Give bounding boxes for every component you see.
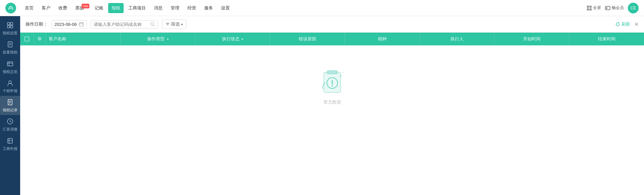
svg-rect-2 [590,6,591,7]
column-client-name: 客户名称 [46,33,121,45]
main-layout: 报税设置 批量报税 报税总览 个税申报 报税记录 [0,16,644,195]
svg-rect-1 [587,6,589,7]
tax-overview-icon [6,60,14,69]
sidebar-item-personal-tax-label: 个税申报 [3,88,17,93]
nav-operation[interactable]: 经营 [184,3,200,13]
sidebar-item-tax-records-label: 报税记录 [3,108,17,112]
svg-rect-10 [10,26,13,28]
date-picker[interactable]: 2023-06-06 [51,20,87,29]
table-container: 客户名称 操作类型 ▾ 执行状态 ▾ 错误原因 [20,33,644,195]
svg-line-33 [153,25,155,27]
svg-point-42 [332,85,333,86]
refresh-icon [615,22,620,27]
sidebar-item-batch-tax[interactable]: 批量报税 [0,38,20,57]
op-type-sort-icon: ▾ [167,37,169,41]
svg-rect-39 [327,71,337,74]
refresh-button[interactable]: 刷新 [615,21,630,27]
tax-records-icon [6,99,14,107]
sidebar-item-annual-settlement[interactable]: 汇算清缴 [0,115,20,134]
new-badge: new [82,4,89,8]
nav-invoice[interactable]: 票据 new [72,3,90,13]
gear-icon [37,36,42,41]
nav-fee[interactable]: 收费 [55,3,71,13]
annual-report-icon [6,137,14,146]
sidebar-item-tax-settings[interactable]: 报税设置 [0,19,20,38]
column-executor: 执行人 [420,33,495,45]
avatar[interactable]: CE [628,3,639,13]
date-label: 操作日期： [26,21,47,27]
svg-point-45 [340,75,342,77]
exec-status-sort-icon: ▾ [242,37,243,41]
member-button[interactable]: 畅会员 [605,5,624,11]
nav-manage[interactable]: 管理 [167,3,183,13]
table-header-row: 客户名称 操作类型 ▾ 执行状态 ▾ 错误原因 [20,33,644,45]
sidebar: 报税设置 批量报税 报税总览 个税申报 报税记录 [0,16,20,195]
filter-button[interactable]: 筛选 ▾ [162,20,186,29]
sidebar-item-personal-tax[interactable]: 个税申报 [0,77,20,96]
column-check[interactable] [20,33,34,45]
svg-rect-25 [8,139,12,143]
svg-rect-8 [10,23,13,25]
svg-rect-9 [7,26,10,28]
toolbar-right: 刷新 ✕ [615,21,639,28]
column-exec-status[interactable]: 执行状态 ▾ [195,33,270,45]
nav-home[interactable]: 首页 [22,3,37,13]
svg-rect-28 [79,23,83,26]
nav-message[interactable]: 消息 [151,3,166,13]
nav-settings[interactable]: 设置 [218,3,233,13]
svg-rect-15 [7,62,13,66]
nav-customer[interactable]: 客户 [38,3,54,13]
annual-settlement-icon [6,118,14,126]
personal-tax-icon [6,79,14,88]
app-logo[interactable] [5,3,16,13]
filter-label: 筛选 [171,21,180,27]
sidebar-item-tax-settings-label: 报税设置 [3,31,17,35]
svg-point-6 [606,7,607,9]
nav-service[interactable]: 服务 [201,3,216,13]
svg-rect-4 [590,9,591,10]
nav-menu: 首页 客户 收费 票据 new 记账 报税 工商项目 消息 管理 经营 服务 设… [22,3,587,13]
search-box[interactable] [91,20,158,29]
filter-chevron-icon: ▾ [181,23,183,26]
column-op-type[interactable]: 操作类型 ▾ [121,33,196,45]
fullscreen-button[interactable]: 全屏 [587,5,601,11]
date-value: 2023-06-06 [54,22,77,27]
toolbar: 操作日期： 2023-06-06 筛选 ▾ 刷新 ✕ [20,16,644,33]
sidebar-item-annual-settlement-label: 汇算清缴 [3,127,17,131]
sidebar-item-annual-report-label: 工商年报 [3,146,17,151]
filter-icon [166,22,170,26]
fullscreen-label: 全屏 [593,5,601,11]
svg-point-23 [8,101,9,102]
sidebar-item-tax-overview[interactable]: 报税总览 [0,57,20,77]
top-navigation: 首页 客户 收费 票据 new 记账 报税 工商项目 消息 管理 经营 服务 设… [0,0,644,16]
column-gear[interactable] [34,33,46,45]
svg-rect-3 [587,9,589,10]
records-table: 客户名称 操作类型 ▾ 执行状态 ▾ 错误原因 [20,33,644,125]
svg-point-37 [39,38,41,39]
column-end-time: 结束时间 [569,33,644,45]
empty-text: 暂无数据 [324,99,341,105]
top-nav-right: 全屏 畅会员 CE [587,3,639,13]
search-input[interactable] [94,22,148,27]
nav-bookkeeping[interactable]: 记账 [91,3,107,13]
batch-tax-icon [6,41,14,49]
column-error-reason: 错误原因 [270,33,345,45]
nav-business[interactable]: 工商项目 [125,3,149,13]
nav-tax[interactable]: 报税 [108,3,124,13]
svg-point-18 [9,81,11,83]
close-button[interactable]: ✕ [634,21,639,28]
svg-rect-7 [7,23,10,25]
search-icon [150,22,155,27]
sidebar-item-tax-records[interactable]: 报税记录 [0,96,20,115]
refresh-label: 刷新 [621,21,630,27]
calendar-icon [79,22,84,27]
content-area: 操作日期： 2023-06-06 筛选 ▾ 刷新 ✕ [20,16,644,195]
empty-illustration [315,66,349,99]
select-all-checkbox[interactable] [25,37,29,41]
column-tax-type: 税种 [345,33,420,45]
member-label: 畅会员 [612,5,624,11]
sidebar-item-annual-report[interactable]: 工商年报 [0,134,20,154]
svg-point-46 [342,72,344,73]
sidebar-item-tax-overview-label: 报税总览 [3,69,17,74]
tax-settings-icon [6,22,14,30]
